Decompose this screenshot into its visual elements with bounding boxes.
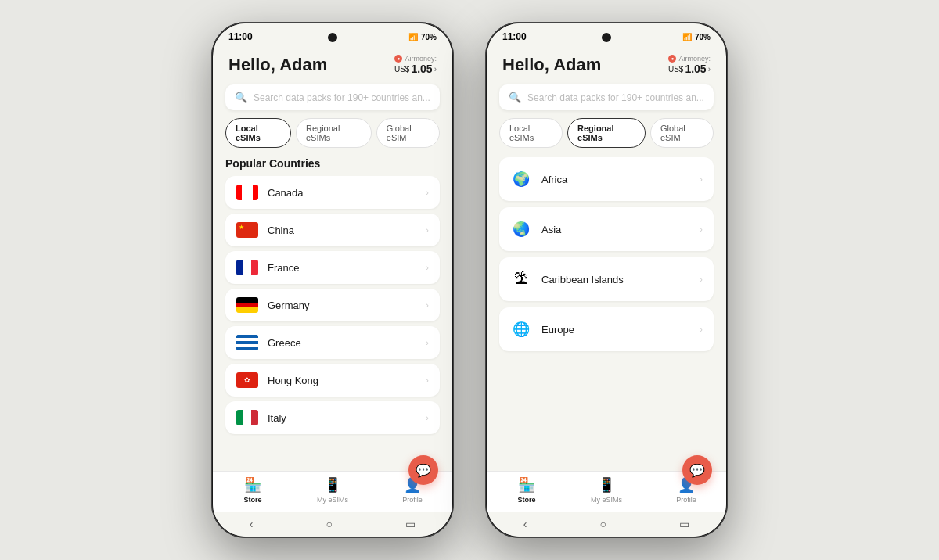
country-name-china: China	[268, 224, 416, 236]
search-placeholder-1: Search data packs for 190+ countries an.…	[254, 92, 430, 103]
region-icon-africa: 🌍	[510, 168, 532, 190]
status-icons-2: 📶 70%	[682, 33, 711, 41]
esims-label-1: My eSIMs	[317, 496, 348, 504]
signal-icon: 📶	[408, 33, 418, 41]
flag-italy	[236, 410, 258, 425]
phone-frame-2: 11:00 📶 70% Hello, Adam ● Airmoney: US$ …	[485, 22, 728, 538]
flag-china: ★	[236, 222, 258, 238]
esims-label-2: My eSIMs	[591, 496, 622, 504]
chevron-hongkong: ›	[426, 375, 429, 385]
phone-content-1: Hello, Adam ● Airmoney: US$ 1.05 › 🔍 Se	[213, 45, 452, 471]
country-item-china[interactable]: ★ China ›	[225, 214, 440, 246]
region-name-asia: Asia	[541, 224, 690, 235]
search-bar-2[interactable]: 🔍 Search data packs for 190+ countries a…	[499, 84, 714, 110]
section-title-1: Popular Countries	[213, 157, 452, 176]
country-name-italy: Italy	[268, 412, 416, 424]
country-list-1: Canada › ★ China › France	[213, 176, 452, 471]
fab-2[interactable]: 💬	[682, 455, 712, 485]
header-2: Hello, Adam ● Airmoney: US$ 1.05 ›	[487, 45, 726, 81]
nav-esims-1[interactable]: 📱 My eSIMs	[293, 476, 372, 504]
back-btn-1[interactable]: ‹	[250, 518, 254, 530]
country-item-france[interactable]: France ›	[225, 251, 440, 284]
country-item-greece[interactable]: Greece ›	[225, 326, 440, 359]
region-name-europe: Europe	[541, 324, 690, 336]
tabs-1: Local eSIMs Regional eSIMs Global eSIM	[213, 118, 452, 148]
country-name-greece: Greece	[268, 337, 416, 349]
region-item-africa[interactable]: 🌍 Africa ›	[499, 157, 714, 201]
airmoney-value-1: US$ 1.05 ›	[394, 63, 437, 75]
phone-screen-1: 11:00 📶 70% Hello, Adam ● Airmoney: US$ …	[213, 23, 452, 537]
country-item-hongkong[interactable]: ✿ Hong Kong ›	[225, 364, 440, 397]
profile-label-2: Profile	[676, 496, 696, 504]
chevron-germany: ›	[426, 300, 429, 310]
chevron-france: ›	[426, 263, 429, 272]
amount-2: 1.05	[685, 63, 706, 75]
search-icon-2: 🔍	[509, 92, 521, 103]
notch-2	[602, 33, 611, 42]
region-item-caribbean[interactable]: 🏝 Caribbean Islands ›	[499, 257, 714, 301]
tab-global-1[interactable]: Global eSIM	[376, 118, 440, 148]
nav-store-1[interactable]: 🏪 Store	[213, 476, 293, 504]
airmoney-box-1[interactable]: ● Airmoney: US$ 1.05 ›	[394, 55, 437, 75]
header-1: Hello, Adam ● Airmoney: US$ 1.05 ›	[213, 45, 452, 81]
chevron-europe: ›	[700, 325, 703, 334]
region-icon-asia: 🌏	[510, 218, 532, 240]
tabs-2: Local eSIMs Regional eSIMs Global eSIM	[487, 118, 726, 148]
search-placeholder-2: Search data packs for 190+ countries an.…	[527, 92, 704, 103]
esims-icon-2: 📱	[598, 476, 615, 494]
recents-btn-2[interactable]: ▭	[679, 518, 689, 530]
coin-icon-1: ●	[394, 55, 402, 63]
store-label-2: Store	[517, 496, 535, 504]
tab-global-2[interactable]: Global eSIM	[650, 118, 714, 148]
tab-local-2[interactable]: Local eSIMs	[499, 118, 563, 148]
chevron-caribbean: ›	[700, 275, 703, 284]
time-2: 11:00	[502, 31, 527, 42]
region-item-europe[interactable]: 🌐 Europe ›	[499, 307, 714, 351]
home-btn-1[interactable]: ○	[326, 518, 333, 530]
tab-regional-2[interactable]: Regional eSIMs	[567, 118, 646, 148]
region-list-2: 🌍 Africa › 🌏 Asia › 🏝 Caribbean Islands …	[487, 157, 726, 471]
battery-text-2: 70%	[695, 33, 711, 41]
country-name-germany: Germany	[268, 300, 416, 311]
airmoney-chevron-1: ›	[434, 65, 437, 74]
airmoney-label-2: ● Airmoney:	[668, 55, 711, 63]
country-item-canada[interactable]: Canada ›	[225, 176, 440, 209]
airmoney-box-2[interactable]: ● Airmoney: US$ 1.05 ›	[668, 55, 711, 75]
country-name-france: France	[268, 262, 416, 274]
region-item-asia[interactable]: 🌏 Asia ›	[499, 207, 714, 251]
phone-frame-1: 11:00 📶 70% Hello, Adam ● Airmoney: US$ …	[211, 22, 454, 538]
chevron-italy: ›	[426, 413, 429, 422]
country-name-hongkong: Hong Kong	[268, 375, 416, 386]
search-icon-1: 🔍	[235, 92, 247, 103]
greeting-1: Hello, Adam	[228, 55, 327, 75]
android-nav-1: ‹ ○ ▭	[213, 512, 452, 537]
search-bar-1[interactable]: 🔍 Search data packs for 190+ countries a…	[225, 84, 440, 110]
time-1: 11:00	[228, 31, 253, 42]
chevron-greece: ›	[426, 338, 429, 347]
chevron-africa: ›	[700, 174, 703, 184]
fab-icon-1: 💬	[416, 463, 431, 478]
country-item-italy[interactable]: Italy ›	[225, 401, 440, 434]
flag-greece	[236, 335, 258, 350]
country-item-germany[interactable]: Germany ›	[225, 289, 440, 321]
store-icon-2: 🏪	[518, 476, 535, 494]
tab-local-1[interactable]: Local eSIMs	[225, 118, 291, 148]
region-icon-caribbean: 🏝	[510, 268, 532, 290]
notch-1	[328, 33, 337, 42]
amount-1: 1.05	[411, 63, 432, 75]
tab-regional-1[interactable]: Regional eSIMs	[296, 118, 372, 148]
nav-store-2[interactable]: 🏪 Store	[487, 476, 567, 504]
airmoney-label-1: ● Airmoney:	[394, 55, 437, 63]
back-btn-2[interactable]: ‹	[523, 518, 527, 530]
airmoney-value-2: US$ 1.05 ›	[668, 63, 711, 75]
region-icon-europe: 🌐	[510, 318, 532, 340]
home-btn-2[interactable]: ○	[600, 518, 606, 530]
fab-icon-2: 💬	[689, 463, 705, 478]
recents-btn-1[interactable]: ▭	[405, 518, 416, 530]
android-nav-2: ‹ ○ ▭	[487, 512, 726, 537]
fab-1[interactable]: 💬	[408, 455, 438, 485]
esims-icon-1: 📱	[324, 476, 341, 494]
greeting-2: Hello, Adam	[502, 55, 601, 75]
nav-esims-2[interactable]: 📱 My eSIMs	[567, 476, 646, 504]
status-icons-1: 📶 70%	[408, 33, 437, 41]
